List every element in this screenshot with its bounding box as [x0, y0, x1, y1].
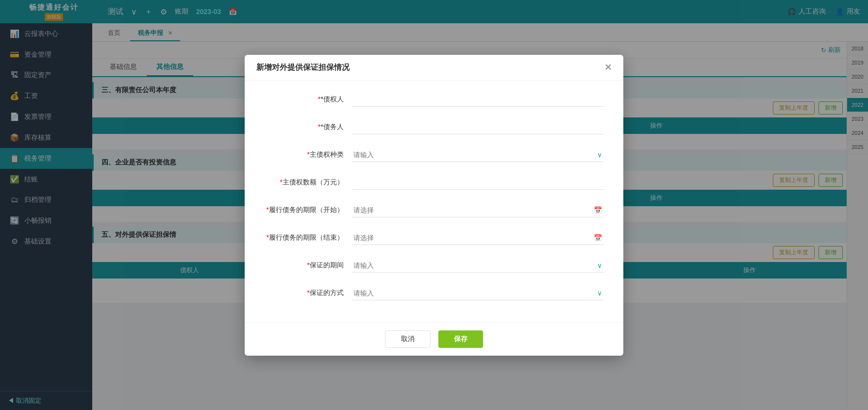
modal-body: **债权人 **债务人 *主债权种类 ∨	[245, 81, 623, 322]
modal-dialog: 新增对外提供保证担保情况 ✕ **债权人 **债务人 *主债权种	[245, 55, 623, 356]
form-row-period-start: *履行债务的期限（开始） 📅	[264, 203, 604, 217]
label-period-start: *履行债务的期限（开始）	[264, 206, 351, 214]
date-period-start: 📅	[351, 203, 604, 217]
label-guarantee-period: *保证的期间	[264, 261, 351, 270]
chevron-method-icon[interactable]: ∨	[597, 289, 602, 297]
form-row-claim-type: *主债权种类 ∨	[264, 148, 604, 162]
modal-close-btn[interactable]: ✕	[604, 63, 612, 72]
calendar-end-icon[interactable]: 📅	[594, 234, 602, 242]
modal-footer: 取消 保存	[245, 322, 623, 356]
modal-title: 新增对外提供保证担保情况	[256, 63, 350, 73]
input-period-start[interactable]	[353, 206, 594, 214]
select-claim-type: ∨	[351, 148, 604, 162]
form-row-claim-amount: *主债权数额（万元）	[264, 176, 604, 190]
form-row-creditor: **债权人	[264, 93, 604, 107]
input-claim-type[interactable]	[353, 151, 597, 159]
input-period-end[interactable]	[353, 234, 594, 242]
input-creditor[interactable]	[351, 93, 604, 107]
select-guarantee-method: ∨	[351, 286, 604, 300]
select-guarantee-period: ∨	[351, 259, 604, 273]
input-claim-amount[interactable]	[351, 176, 604, 190]
label-period-end: *履行债务的期限（结束）	[264, 233, 351, 242]
cancel-button[interactable]: 取消	[385, 330, 431, 348]
label-claim-type: *主债权种类	[264, 150, 351, 159]
form-row-guarantee-method: *保证的方式 ∨	[264, 286, 604, 300]
form-row-debtor: **债务人	[264, 120, 604, 134]
label-claim-amount: *主债权数额（万元）	[264, 178, 351, 187]
chevron-period-icon[interactable]: ∨	[597, 262, 602, 269]
chevron-down-icon[interactable]: ∨	[597, 151, 602, 159]
label-guarantee-method: *保证的方式	[264, 289, 351, 297]
modal-header: 新增对外提供保证担保情况 ✕	[245, 55, 623, 81]
form-row-guarantee-period: *保证的期间 ∨	[264, 259, 604, 273]
save-button[interactable]: 保存	[438, 330, 483, 348]
calendar-start-icon[interactable]: 📅	[594, 206, 602, 214]
label-creditor: **债权人	[264, 95, 351, 104]
input-guarantee-method[interactable]	[353, 289, 597, 297]
date-period-end: 📅	[351, 231, 604, 245]
label-debtor: **债务人	[264, 123, 351, 131]
input-guarantee-period[interactable]	[353, 262, 597, 269]
input-debtor[interactable]	[351, 120, 604, 134]
form-row-period-end: *履行债务的期限（结束） 📅	[264, 231, 604, 245]
modal-overlay: 新增对外提供保证担保情况 ✕ **债权人 **债务人 *主债权种	[0, 0, 868, 410]
